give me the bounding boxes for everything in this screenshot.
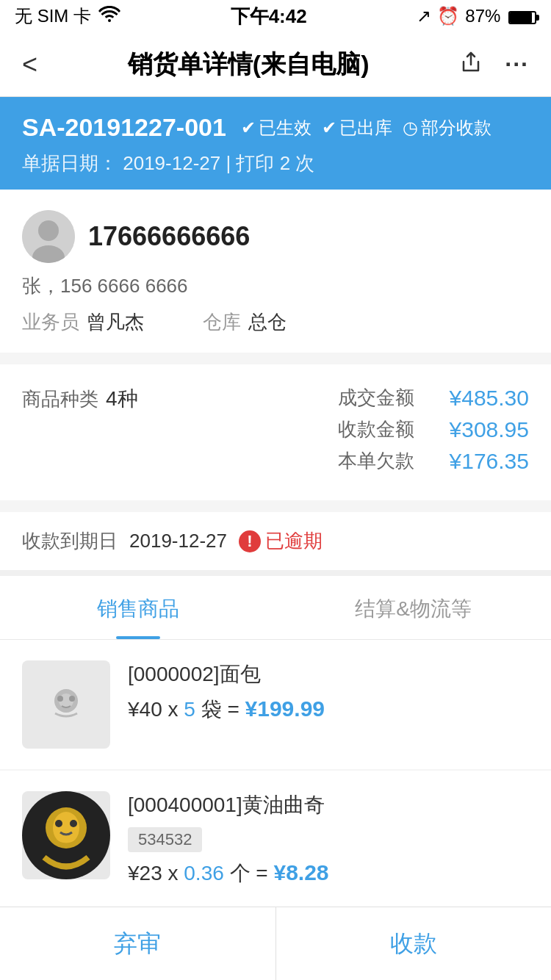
status-badges: 已生效 已出库 部分收款 <box>241 116 491 140</box>
customer-section: 17666666666 张，156 6666 6666 业务员 曾凡杰 仓库 总… <box>0 190 551 353</box>
share-icon[interactable] <box>459 50 483 79</box>
confirm-button[interactable]: 收款 <box>276 907 552 980</box>
avatar <box>22 210 75 263</box>
deal-amount-line: 成交金额 ¥485.30 <box>338 385 529 411</box>
table-row: [0000002]面包 ¥40 x 5 袋 = ¥199.99 <box>0 640 551 769</box>
warehouse-label: 仓库 <box>203 309 241 335</box>
product-name-1: [0000002]面包 <box>128 660 529 688</box>
warehouse-meta: 仓库 总仓 <box>203 309 287 335</box>
battery-icon <box>508 11 536 24</box>
deal-amount-label: 成交金额 <box>338 385 414 411</box>
product-list: [0000002]面包 ¥40 x 5 袋 = ¥199.99 <box>0 640 551 908</box>
product-qty-1: 5 <box>184 698 195 721</box>
status-left: 无 SIM 卡 <box>15 4 120 28</box>
page-title: 销货单详情(来自电脑) <box>128 48 370 82</box>
product-total-1: ¥199.99 <box>245 696 325 721</box>
product-types-value: 4种 <box>106 385 138 413</box>
product-name-2: [000400001]黄油曲奇 <box>128 791 529 819</box>
product-tag-2: 534532 <box>128 827 202 852</box>
customer-meta: 业务员 曾凡杰 仓库 总仓 <box>22 309 529 335</box>
debt-amount-line: 本单欠款 ¥176.35 <box>338 448 529 474</box>
received-amount-label: 收款金额 <box>338 417 414 442</box>
alarm-icon: ⏰ <box>437 6 459 26</box>
banner-row2: 单据日期： 2019-12-27 | 打印 2 次 <box>22 151 529 176</box>
stats-section: 商品种类 4种 成交金额 ¥485.30 收款金额 ¥308.95 本单欠款 ¥… <box>0 364 551 500</box>
tab-settlement[interactable]: 结算&物流等 <box>276 576 551 639</box>
status-time: 下午4:42 <box>231 4 307 29</box>
svg-point-11 <box>70 820 77 827</box>
customer-name: 张，156 6666 6666 <box>22 273 529 299</box>
product-types-label: 商品种类 <box>22 386 98 412</box>
product-info-2: [000400001]黄油曲奇 534532 ¥23 x 0.36 个 = ¥8… <box>128 791 529 887</box>
nav-actions: ··· <box>459 50 529 79</box>
order-banner: SA-20191227-001 已生效 已出库 部分收款 单据日期： 2019-… <box>0 97 551 190</box>
salesman-label: 业务员 <box>22 309 79 335</box>
salesman-meta: 业务员 曾凡杰 <box>22 309 144 335</box>
salesman-value: 曾凡杰 <box>87 309 144 335</box>
product-thumbnail-1 <box>22 660 110 749</box>
order-id: SA-20191227-001 <box>22 113 226 142</box>
table-row: [000400001]黄油曲奇 534532 ¥23 x 0.36 个 = ¥8… <box>0 771 551 908</box>
customer-phone: 17666666666 <box>88 221 250 252</box>
debt-amount-label: 本单欠款 <box>338 448 414 474</box>
status-right: ↗ ⏰ 87% <box>417 6 536 26</box>
nav-bar: < 销货单详情(来自电脑) ··· <box>0 32 551 97</box>
warehouse-value: 总仓 <box>248 309 287 335</box>
due-date-value: 2019-12-27 <box>129 530 227 552</box>
wifi-icon <box>98 6 120 26</box>
received-amount-value: ¥308.95 <box>426 417 529 442</box>
battery-label: 87% <box>465 6 536 26</box>
product-thumbnail-2 <box>22 791 110 879</box>
product-price-2: ¥23 x 0.36 个 = ¥8.28 <box>128 860 529 887</box>
status-active: 已生效 <box>241 116 311 140</box>
status-bar: 无 SIM 卡 下午4:42 ↗ ⏰ 87% <box>0 0 551 32</box>
product-price-1: ¥40 x 5 袋 = ¥199.99 <box>128 696 529 724</box>
status-partial: 部分收款 <box>403 116 491 140</box>
received-amount-line: 收款金额 ¥308.95 <box>338 417 529 442</box>
amount-stats: 成交金额 ¥485.30 收款金额 ¥308.95 本单欠款 ¥176.35 <box>338 385 529 480</box>
status-shipped: 已出库 <box>322 116 392 140</box>
debt-amount-value: ¥176.35 <box>426 449 529 474</box>
overdue-text: 已逾期 <box>265 528 323 554</box>
svg-point-6 <box>69 696 75 702</box>
svg-point-5 <box>57 696 63 702</box>
product-total-2: ¥8.28 <box>273 860 328 884</box>
back-button[interactable]: < <box>22 49 37 80</box>
tab-sales-products[interactable]: 销售商品 <box>0 576 276 639</box>
more-icon[interactable]: ··· <box>505 51 529 78</box>
tabs-row: 销售商品 结算&物流等 <box>0 576 551 640</box>
svg-point-9 <box>53 812 79 844</box>
svg-point-10 <box>55 820 62 827</box>
cancel-button[interactable]: 弃审 <box>0 907 276 980</box>
stats-row: 商品种类 4种 成交金额 ¥485.30 收款金额 ¥308.95 本单欠款 ¥… <box>22 385 529 480</box>
deal-amount-value: ¥485.30 <box>426 386 529 411</box>
due-section: 收款到期日 2019-12-27 ! 已逾期 <box>0 512 551 576</box>
overdue-badge: ! 已逾期 <box>239 528 323 554</box>
svg-point-1 <box>38 220 59 241</box>
sim-label: 无 SIM 卡 <box>15 4 91 28</box>
product-qty-2: 0.36 <box>184 862 224 884</box>
customer-header: 17666666666 <box>22 210 529 263</box>
banner-row1: SA-20191227-001 已生效 已出库 部分收款 <box>22 113 529 142</box>
bottom-bar: 弃审 收款 <box>0 907 551 980</box>
due-date-label: 收款到期日 <box>22 528 118 554</box>
product-types: 商品种类 4种 <box>22 385 138 413</box>
location-icon: ↗ <box>417 6 431 26</box>
product-info-1: [0000002]面包 ¥40 x 5 袋 = ¥199.99 <box>128 660 529 724</box>
overdue-icon: ! <box>239 530 261 552</box>
